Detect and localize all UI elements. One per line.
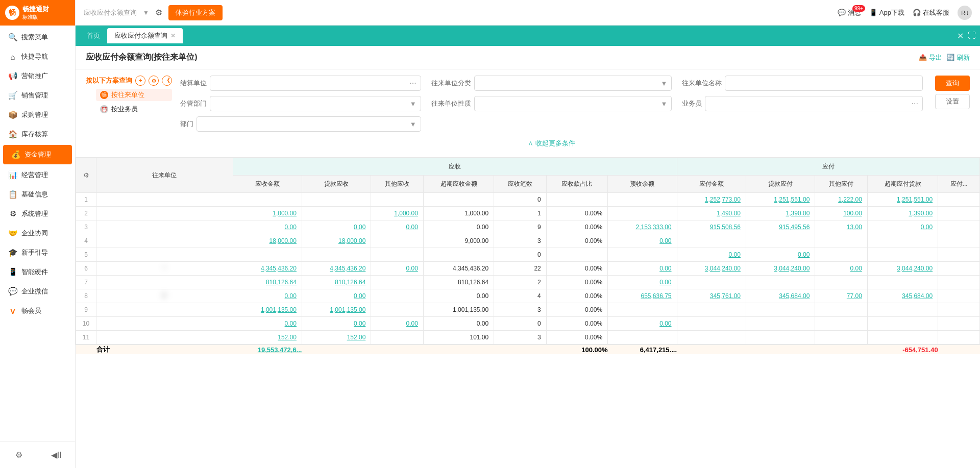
cell-other_ap[interactable]: 1,222.00 bbox=[815, 193, 868, 207]
sidebar-item-inventory[interactable]: 🏠 库存核算 bbox=[0, 125, 75, 144]
cell-loan_ap[interactable]: 1,251,551.00 bbox=[746, 193, 815, 207]
cell-ap_amount[interactable]: 345,761.00 bbox=[677, 289, 746, 303]
sidebar-item-quick-nav[interactable]: ⌂ 快捷导航 bbox=[0, 47, 75, 66]
footer-ar-amount[interactable]: 19,553,472,6... bbox=[233, 344, 302, 354]
filter-collapse-button[interactable]: ∧ 收起更多条件 bbox=[180, 136, 923, 151]
cell-overdue_ar[interactable]: 1,001,135.00 bbox=[423, 303, 494, 317]
export-button[interactable]: 📤 导出 bbox=[919, 53, 942, 62]
online-service-button[interactable]: 🎧 在线客服 bbox=[913, 8, 949, 17]
cell-loan_ap[interactable]: 0.00 bbox=[746, 248, 815, 262]
sidebar-item-basic[interactable]: 📋 基础信息 bbox=[0, 185, 75, 204]
cell-loan_ap[interactable]: 915,495.56 bbox=[746, 220, 815, 234]
cell-overdue_ar[interactable]: 4,345,436.20 bbox=[423, 262, 494, 276]
sidebar-collapse-btn[interactable]: ◀II bbox=[47, 446, 65, 464]
sidebar-item-collab[interactable]: 🤝 企业协同 bbox=[0, 224, 75, 243]
cell-other_ar[interactable]: 0.00 bbox=[371, 262, 424, 276]
sidebar-item-purchase[interactable]: 📦 采购管理 bbox=[0, 105, 75, 125]
cell-loan_ar[interactable]: 4,345,436.20 bbox=[302, 262, 371, 276]
filter-option-by-staff[interactable]: ⏰ 按业务员 bbox=[96, 103, 172, 115]
sidebar-item-search-menu[interactable]: 🔍 搜索菜单 bbox=[0, 28, 75, 47]
cell-overdue_ar[interactable]: 9,000.00 bbox=[423, 234, 494, 248]
cell-loan_ap[interactable]: 1,390.00 bbox=[746, 207, 815, 220]
table-settings-gear[interactable]: ⚙ bbox=[83, 171, 89, 179]
filter-add-button[interactable]: + bbox=[135, 76, 145, 86]
cell-overdue_ar[interactable]: 0.00 bbox=[423, 289, 494, 303]
branch-dept-input[interactable]: ▼ bbox=[210, 96, 421, 111]
messages-button[interactable]: 💬 消息 99+ bbox=[838, 8, 861, 17]
query-button[interactable]: 查询 bbox=[935, 76, 970, 91]
user-avatar[interactable]: Rit bbox=[958, 6, 972, 20]
sidebar-item-guide[interactable]: 🎓 新手引导 bbox=[0, 243, 75, 262]
settlement-unit-input[interactable]: ··· bbox=[210, 76, 421, 91]
app-download-button[interactable]: 📱 App下载 bbox=[869, 8, 904, 17]
cell-other_ar[interactable]: 0.00 bbox=[371, 220, 424, 234]
sidebar-item-operation[interactable]: 📊 经营管理 bbox=[0, 165, 75, 185]
cell-overdue_ar[interactable]: 1,000.00 bbox=[423, 207, 494, 220]
tab-ar-ap[interactable]: 应收应付余额查询 ✕ bbox=[107, 28, 183, 43]
th-settings[interactable]: ⚙ bbox=[76, 158, 96, 193]
filter-collapse-button[interactable]: 《 bbox=[162, 76, 172, 86]
cell-ar_amount[interactable]: 4,345,436.20 bbox=[233, 262, 302, 276]
cell-other_ap[interactable]: 77.00 bbox=[815, 289, 868, 303]
cell-loan_ap[interactable]: 3,044,240.00 bbox=[746, 262, 815, 276]
cell-prepay[interactable]: 0.00 bbox=[608, 262, 677, 276]
sidebar-item-member[interactable]: V 畅会员 bbox=[0, 301, 75, 321]
sidebar-item-system[interactable]: ⚙ 系统管理 bbox=[0, 204, 75, 224]
cell-other_ap[interactable]: 0.00 bbox=[815, 262, 868, 276]
cell-loan_ar[interactable]: 18,000.00 bbox=[302, 234, 371, 248]
cell-other_ap[interactable]: 100.00 bbox=[815, 207, 868, 220]
cell-loan_ar[interactable]: 810,126.64 bbox=[302, 276, 371, 289]
cell-ar_amount[interactable]: 0.00 bbox=[233, 220, 302, 234]
cell-ar_amount[interactable]: 1,000.00 bbox=[233, 207, 302, 220]
cell-ar_amount[interactable]: 0.00 bbox=[233, 289, 302, 303]
cell-overdue_ap[interactable]: 345,684.00 bbox=[867, 289, 938, 303]
cell-prepay[interactable]: 0.00 bbox=[608, 276, 677, 289]
filter-option-by-unit[interactable]: 畅 按往来单位 bbox=[96, 89, 172, 101]
unit-category-input[interactable]: ▼ bbox=[474, 76, 672, 91]
refresh-button[interactable]: 🔄 刷新 bbox=[946, 53, 970, 62]
cell-ar_amount[interactable]: 0.00 bbox=[233, 317, 302, 331]
cell-ar_amount[interactable]: 1,001,135.00 bbox=[233, 303, 302, 317]
cell-prepay[interactable]: 0.00 bbox=[608, 317, 677, 331]
cell-overdue_ar[interactable]: 810,126.64 bbox=[423, 276, 494, 289]
cell-ap_amount[interactable]: 3,044,240.00 bbox=[677, 262, 746, 276]
sidebar-item-finance[interactable]: 💰 资金管理 bbox=[3, 145, 72, 164]
cell-other_ar[interactable]: 1,000.00 bbox=[371, 207, 424, 220]
cell-other_ap[interactable]: 13.00 bbox=[815, 220, 868, 234]
cell-ap_amount[interactable]: 0.00 bbox=[677, 248, 746, 262]
cell-other_ar[interactable]: 0.00 bbox=[371, 317, 424, 331]
cell-loan_ar[interactable]: 0.00 bbox=[302, 317, 371, 331]
tabbar-expand-icon[interactable]: ⛶ bbox=[968, 31, 976, 41]
setting-button[interactable]: 设置 bbox=[935, 94, 970, 109]
salesperson-input[interactable]: ··· bbox=[705, 96, 923, 111]
topnav-settings-icon[interactable]: ⚙ bbox=[155, 8, 162, 17]
filter-settings-button[interactable]: ⚙ bbox=[149, 76, 159, 86]
tabbar-close-icon[interactable]: ✕ bbox=[957, 31, 964, 41]
sidebar-settings-btn[interactable]: ⚙ bbox=[10, 446, 28, 464]
sidebar-item-wechat[interactable]: 💬 企业微信 bbox=[0, 282, 75, 301]
cell-ap_amount[interactable]: 915,508.56 bbox=[677, 220, 746, 234]
cell-loan_ar[interactable]: 152.00 bbox=[302, 331, 371, 345]
table-container[interactable]: ⚙ 往来单位 应收 应付 应收金额 贷款应收 其他应收 超期应收金额 应收笔数 … bbox=[76, 158, 980, 468]
unit-name-input[interactable] bbox=[725, 76, 923, 91]
dept-input[interactable]: ▼ bbox=[197, 116, 421, 132]
cell-ar_amount[interactable]: 810,126.64 bbox=[233, 276, 302, 289]
cell-overdue_ar[interactable]: 101.00 bbox=[423, 331, 494, 345]
unit-nature-input[interactable]: ▼ bbox=[474, 96, 672, 111]
sidebar-item-sales[interactable]: 🛒 销售管理 bbox=[0, 86, 75, 105]
cell-overdue_ar[interactable]: 0.00 bbox=[423, 220, 494, 234]
cell-loan_ar[interactable]: 1,001,135.00 bbox=[302, 303, 371, 317]
cell-loan_ar[interactable]: 0.00 bbox=[302, 289, 371, 303]
cell-overdue_ap[interactable]: 0.00 bbox=[867, 220, 938, 234]
sidebar-item-marketing[interactable]: 📢 营销推广 bbox=[0, 66, 75, 86]
cell-ar_amount[interactable]: 152.00 bbox=[233, 331, 302, 345]
cell-ap_amount[interactable]: 1,490.00 bbox=[677, 207, 746, 220]
cell-ar_amount[interactable]: 18,000.00 bbox=[233, 234, 302, 248]
cell-overdue_ap[interactable]: 3,044,240.00 bbox=[867, 262, 938, 276]
tab-close-icon[interactable]: ✕ bbox=[170, 32, 176, 39]
cell-prepay[interactable]: 0.00 bbox=[608, 234, 677, 248]
cell-overdue_ap[interactable]: 1,390.00 bbox=[867, 207, 938, 220]
cell-loan_ar[interactable]: 0.00 bbox=[302, 220, 371, 234]
cell-ap_amount[interactable]: 1,252,773.00 bbox=[677, 193, 746, 207]
cell-prepay[interactable]: 2,153,333.00 bbox=[608, 220, 677, 234]
